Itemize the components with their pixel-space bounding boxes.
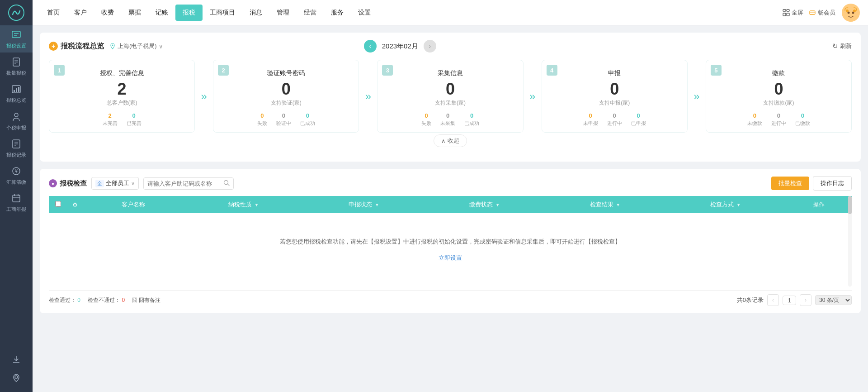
nav-item-home[interactable]: 首页 [40, 0, 67, 25]
sidebar-item-batch-tax[interactable]: 批量报税 [0, 53, 33, 80]
operation-log-button[interactable]: 操作日志 [813, 176, 852, 191]
nav-item-business[interactable]: 工商项目 [203, 0, 242, 25]
step-title-2: 验证账号密码 [219, 69, 353, 77]
step-stats-4: 0 未申报 0 进行中 0 已申报 [547, 112, 682, 127]
prev-month-button[interactable]: ‹ [364, 40, 377, 53]
sidebar: 报税设置 批量报税 报税总览 [0, 0, 33, 392]
step-stats-2: 0 失败 0 验证中 0 已成功 [219, 112, 353, 127]
nav-item-service[interactable]: 服务 [324, 0, 351, 25]
sidebar-item-label-tax-overview: 报税总览 [6, 97, 26, 103]
step-number-4: 4 [547, 65, 557, 76]
sidebar-item-tax-record[interactable]: 报税记录 [0, 134, 33, 162]
collapse-button[interactable]: ∧ 收起 [434, 134, 467, 147]
filter-icon-1[interactable]: ▼ [254, 202, 259, 207]
svg-rect-26 [787, 10, 789, 11]
step-number-2: 2 [218, 65, 229, 76]
svg-point-24 [15, 376, 18, 378]
note-icon: 囧 [132, 297, 137, 303]
check-pass-stat: 检查通过： 0 [49, 296, 80, 304]
step-count-5: 0 [712, 81, 846, 97]
nav-item-fee[interactable]: 收费 [94, 0, 121, 25]
step-subtitle-2: 支持验证(家) [219, 99, 353, 107]
step-stats-3: 0 失败 0 未采集 0 已成功 [383, 112, 517, 127]
table-wrapper: ⚙ 客户名称 纳税性质 ▼ 申报状态 ▼ [49, 196, 852, 287]
app-logo[interactable] [0, 0, 33, 25]
nav-item-operation[interactable]: 经营 [297, 0, 324, 25]
check-header: ● 报税检查 全 全部员工 ∨ [49, 176, 852, 191]
sidebar-item-personal-tax[interactable]: 个税申报 [0, 107, 33, 134]
step-stat-lbl-2-2: 已成功 [300, 120, 315, 127]
nav-item-invoice[interactable]: 票据 [121, 0, 148, 25]
step-stat-1-0: 2 未完善 [103, 112, 118, 127]
svg-rect-28 [787, 13, 789, 16]
nav-item-account[interactable]: 记账 [148, 0, 175, 25]
filter-icon-5[interactable]: ▼ [736, 202, 741, 207]
step-stat-5-2: 0 已缴款 [795, 112, 810, 127]
sidebar-item-tax-settings[interactable]: 报税设置 [0, 25, 33, 53]
nav-item-customer[interactable]: 客户 [67, 0, 94, 25]
employee-select[interactable]: 全 全部员工 ∨ [91, 177, 139, 190]
nav-item-manage[interactable]: 管理 [269, 0, 297, 25]
check-pass-count[interactable]: 0 [77, 297, 80, 303]
table-header-tax-nature: 纳税性质 ▼ [183, 196, 304, 213]
refresh-button[interactable]: ↻ 刷新 [832, 42, 852, 50]
svg-rect-11 [18, 87, 19, 92]
select-all-checkbox[interactable] [55, 201, 61, 207]
collapse-bar: ∧ 收起 [49, 134, 852, 147]
next-month-button[interactable]: › [424, 40, 436, 53]
filter-icon-3[interactable]: ▼ [495, 202, 500, 207]
svg-point-36 [846, 10, 849, 12]
step-stat-5-0: 0 未缴款 [747, 112, 762, 127]
check-title-text: 报税检查 [60, 179, 87, 188]
per-page-select[interactable]: 30 条/页 50 条/页 100 条/页 [815, 295, 852, 305]
step-title-1: 授权、完善信息 [55, 69, 189, 77]
collapse-label: 收起 [448, 137, 459, 145]
step-stat-lbl-2-1: 验证中 [276, 120, 291, 127]
svg-rect-9 [14, 90, 15, 92]
filter-icon-2[interactable]: ▼ [375, 202, 379, 207]
search-input[interactable] [147, 180, 222, 187]
avatar-character[interactable] [841, 3, 861, 23]
prev-page-button[interactable]: ‹ [767, 294, 779, 306]
step-subtitle-1: 总客户数(家) [55, 99, 189, 107]
filter-icon-4[interactable]: ▼ [616, 202, 620, 207]
step-stat-4-0: 0 未申报 [583, 112, 598, 127]
table-header-customer-name: 客户名称 [83, 196, 183, 213]
table-header-pay-status: 缴费状态 ▼ [424, 196, 545, 213]
step-stat-lbl-4-1: 进行中 [607, 120, 622, 127]
sidebar-item-settlement[interactable]: ¥ 汇算清缴 [0, 162, 33, 189]
step-card-5: 5 缴款 0 支持缴款(家) 0 未缴款 0 进行中 [706, 60, 852, 133]
table-footer-right: 共0条记录 ‹ 1 › 30 条/页 50 条/页 100 条/页 [737, 294, 852, 306]
batch-tax-icon [11, 57, 21, 68]
nav-item-tax[interactable]: 报税 [175, 5, 203, 21]
location-tag[interactable]: 上海(电子税局) ∨ [109, 42, 163, 50]
employee-dropdown-icon: ∨ [131, 181, 135, 186]
step-stat-val-4-1: 0 [613, 112, 616, 119]
location-dropdown-icon: ∨ [159, 43, 163, 50]
empty-text: 若您想使用报税检查功能，请先在【报税设置】中进行报税的初始化设置，完成密码验证和… [58, 236, 843, 248]
nav-item-settings[interactable]: 设置 [351, 0, 378, 25]
step-stat-4-2: 0 已申报 [631, 112, 646, 127]
employee-badge: 全 [95, 180, 104, 187]
step-stat-val-4-0: 0 [589, 112, 592, 119]
setup-link[interactable]: 立即设置 [439, 254, 462, 261]
check-fail-count[interactable]: 0 [122, 297, 125, 303]
current-page: 1 [783, 296, 796, 305]
sidebar-item-tax-overview[interactable]: 报税总览 [0, 80, 33, 107]
sidebar-item-annual-report[interactable]: 工商年报 [0, 189, 33, 216]
sidebar-item-download[interactable] [0, 350, 33, 369]
table-scrollbar[interactable] [848, 196, 852, 287]
vip-button[interactable]: 畅会员 [809, 9, 835, 17]
sidebar-bottom [0, 350, 33, 392]
batch-check-button[interactable]: 批量检查 [771, 177, 809, 190]
next-page-button[interactable]: › [800, 294, 811, 306]
fullscreen-button[interactable]: 全屏 [783, 9, 803, 17]
search-box [143, 177, 234, 190]
download-icon [12, 355, 21, 365]
search-icon[interactable] [223, 180, 230, 187]
nav-item-message[interactable]: 消息 [242, 0, 269, 25]
svg-point-33 [844, 7, 857, 20]
gear-icon[interactable]: ⚙ [72, 201, 78, 208]
sidebar-item-location[interactable] [0, 369, 33, 387]
annual-report-icon [11, 193, 21, 205]
